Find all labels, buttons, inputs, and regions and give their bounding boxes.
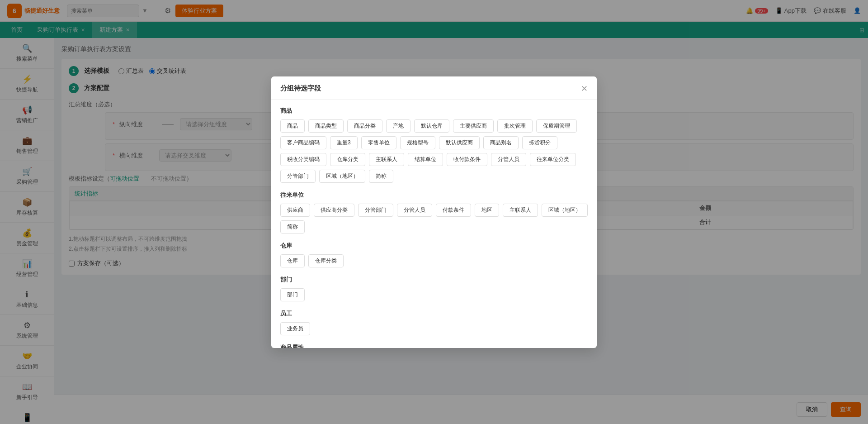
chip-product-type[interactable]: 商品类型 — [308, 119, 344, 133]
modal-overlay: 分组待选字段 ✕ 商品 商品 商品类型 商品分类 产地 默认仓库 主要供应商 批… — [0, 0, 868, 424]
section-title-warehouse: 仓库 — [280, 242, 588, 250]
chip-origin[interactable]: 产地 — [386, 119, 410, 133]
chip-abbr2[interactable]: 简称 — [280, 220, 305, 233]
chip-area[interactable]: 地区 — [475, 204, 499, 217]
partner-chips: 供应商 供应商分类 分管部门 分管人员 付款条件 地区 主联系人 区域（地区） … — [280, 204, 588, 233]
chip-manage-person[interactable]: 分管人员 — [397, 204, 432, 217]
chip-transaction-category[interactable]: 往来单位分类 — [530, 153, 576, 166]
chip-warehouse-cat[interactable]: 仓库分类 — [308, 254, 344, 267]
chip-main-contact2[interactable]: 主联系人 — [503, 204, 538, 217]
field-section-employee: 员工 业务员 — [280, 310, 588, 335]
modal-body: 商品 商品 商品类型 商品分类 产地 默认仓库 主要供应商 批次管理 保质期管理… — [271, 100, 597, 348]
dept-chips: 部门 — [280, 288, 588, 301]
chip-supervisor[interactable]: 分管人员 — [491, 153, 526, 166]
chip-product-category[interactable]: 商品分类 — [347, 119, 382, 133]
chip-settlement-unit[interactable]: 结算单位 — [408, 153, 443, 166]
employee-chips: 业务员 — [280, 322, 588, 335]
chip-main-supplier[interactable]: 主要供应商 — [453, 119, 494, 133]
modal-close-btn[interactable]: ✕ — [581, 84, 588, 94]
field-section-warehouse: 仓库 仓库 仓库分类 — [280, 242, 588, 267]
product-chips: 商品 商品类型 商品分类 产地 默认仓库 主要供应商 批次管理 保质期管理 客户… — [280, 119, 588, 183]
section-title-product: 商品 — [280, 107, 588, 115]
chip-product-alias[interactable]: 商品别名 — [483, 136, 519, 149]
section-title-employee: 员工 — [280, 310, 588, 318]
chip-salesperson[interactable]: 业务员 — [280, 322, 310, 335]
modal-dialog: 分组待选字段 ✕ 商品 商品 商品类型 商品分类 产地 默认仓库 主要供应商 批… — [271, 76, 597, 348]
chip-main-contact[interactable]: 主联系人 — [369, 153, 404, 166]
field-section-product: 商品 商品 商品类型 商品分类 产地 默认仓库 主要供应商 批次管理 保质期管理… — [280, 107, 588, 183]
chip-pay-terms[interactable]: 付款条件 — [436, 204, 471, 217]
chip-tax-code[interactable]: 税收分类编码 — [280, 153, 326, 166]
field-section-partner: 往来单位 供应商 供应商分类 分管部门 分管人员 付款条件 地区 主联系人 区域… — [280, 191, 588, 233]
chip-abbr[interactable]: 简称 — [369, 170, 393, 183]
chip-default-supplier[interactable]: 默认供应商 — [439, 136, 480, 149]
chip-supplier[interactable]: 供应商 — [280, 204, 310, 217]
chip-department[interactable]: 部门 — [280, 288, 305, 301]
chip-spec-model[interactable]: 规格型号 — [400, 136, 435, 149]
chip-manage-dept[interactable]: 分管部门 — [358, 204, 393, 217]
chip-supplier-category[interactable]: 供应商分类 — [314, 204, 354, 217]
chip-customer-code[interactable]: 客户商品编码 — [280, 136, 326, 149]
warehouse-chips: 仓库 仓库分类 — [280, 254, 588, 267]
field-section-dept: 部门 部门 — [280, 276, 588, 301]
chip-product[interactable]: 商品 — [280, 119, 305, 133]
section-title-product-attr: 商品属性 — [280, 343, 588, 348]
section-title-partner: 往来单位 — [280, 191, 588, 199]
chip-shelf-life[interactable]: 保质期管理 — [536, 119, 577, 133]
chip-warehouse-category[interactable]: 仓库分类 — [330, 153, 365, 166]
field-section-product-attr: 商品属性 属性 颜色 多规格 尺码 鞋码 1 — [280, 343, 588, 348]
chip-batch-mgmt[interactable]: 批次管理 — [497, 119, 533, 133]
modal-title: 分组待选字段 — [280, 84, 321, 93]
chip-retail-unit[interactable]: 零售单位 — [361, 136, 396, 149]
modal-header: 分组待选字段 ✕ — [271, 76, 597, 100]
chip-pick-points[interactable]: 拣货积分 — [522, 136, 557, 149]
chip-dept[interactable]: 分管部门 — [280, 170, 316, 183]
chip-region2[interactable]: 区域（地区） — [542, 204, 588, 217]
chip-weight3[interactable]: 重量3 — [330, 136, 358, 149]
chip-warehouse[interactable]: 仓库 — [280, 254, 305, 267]
chip-default-warehouse[interactable]: 默认仓库 — [414, 119, 449, 133]
chip-region[interactable]: 区域（地区） — [319, 170, 365, 183]
section-title-dept: 部门 — [280, 276, 588, 284]
chip-payment-terms[interactable]: 收付款条件 — [447, 153, 487, 166]
